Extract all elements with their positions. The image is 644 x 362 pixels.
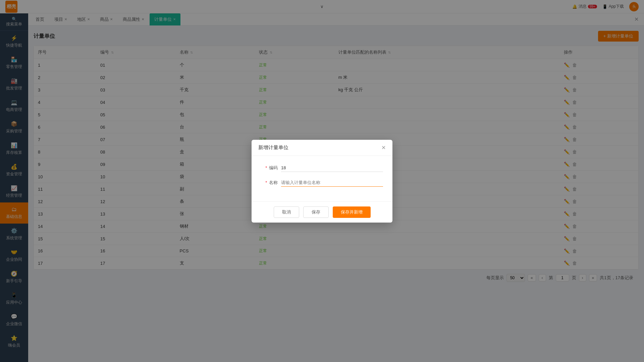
modal-close-button[interactable]: ✕ (381, 144, 386, 151)
save-button[interactable]: 保存 (303, 206, 329, 218)
code-input[interactable] (281, 164, 383, 172)
name-input[interactable] (281, 179, 383, 187)
save-and-new-button[interactable]: 保存并新增 (333, 206, 371, 218)
name-label: * 名称 (261, 180, 278, 186)
modal-overlay: 新增计量单位 ✕ * 编码 * 名称 取消 保存 保存并新增 (0, 0, 644, 362)
form-row-code: * 编码 (261, 164, 383, 172)
modal-footer: 取消 保存 保存并新增 (252, 201, 392, 223)
cancel-button[interactable]: 取消 (274, 206, 299, 218)
modal-header: 新增计量单位 ✕ (252, 140, 392, 156)
modal-body: * 编码 * 名称 (252, 156, 392, 201)
form-row-name: * 名称 (261, 179, 383, 187)
modal-title: 新增计量单位 (258, 144, 288, 151)
add-measure-unit-modal: 新增计量单位 ✕ * 编码 * 名称 取消 保存 保存并新增 (252, 140, 392, 223)
code-label: * 编码 (261, 165, 278, 171)
